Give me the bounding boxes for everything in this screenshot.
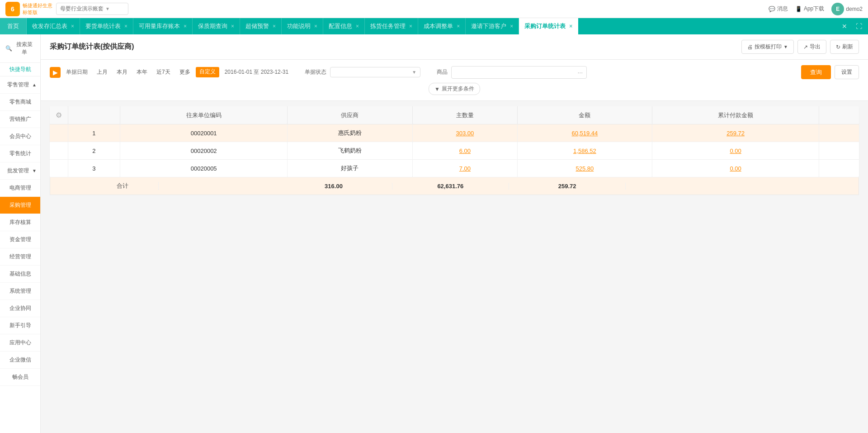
settings-button[interactable]: 设置 (835, 65, 859, 79)
sidebar-item-marketing[interactable]: 营销推广 (0, 111, 40, 128)
shortcut-7days[interactable]: 近7天 (153, 67, 174, 77)
app-download-button[interactable]: 📱 App下载 (795, 5, 824, 13)
tab-yaohuoDanTongji[interactable]: 要货单统计表 × (80, 18, 133, 34)
row-quantity[interactable]: 7.00 (412, 160, 518, 177)
page-actions: 🖨 按模板打印 ▼ ↗ 导出 ↻ 刷新 (741, 40, 859, 54)
tab-peizhi[interactable]: 配置信息 × (323, 18, 365, 34)
close-icon[interactable]: × (457, 23, 460, 29)
filter-toggle-button[interactable]: ▶ (50, 67, 61, 78)
tab-caigouTongji[interactable]: 采购订单统计表 × (519, 18, 578, 34)
tab-baoZhiQiChaxun[interactable]: 保质期查询 × (193, 18, 240, 34)
sidebar-item-newguide[interactable]: 新手引导 (0, 317, 40, 334)
maximize-button[interactable]: ⛶ (854, 21, 864, 32)
tab-keYongLiangKuCun[interactable]: 可用量库存账本 × (133, 18, 193, 34)
sidebar-item-members[interactable]: 会员中心 (0, 128, 40, 145)
goods-select[interactable]: ··· (451, 66, 587, 79)
sidebar-item-wholesale[interactable]: 批发管理 ▼ (0, 162, 40, 180)
sidebar-item-basic[interactable]: 基础信息 (0, 266, 40, 283)
tab-gongNengShuoMing[interactable]: 功能说明 × (282, 18, 323, 34)
tab-chaoChuyuJing[interactable]: 超储预警 × (240, 18, 282, 34)
row-paid[interactable]: 0.00 (652, 142, 819, 160)
goods-filter: 商品 ··· (437, 66, 587, 79)
refresh-button[interactable]: ↻ 刷新 (830, 40, 859, 54)
user-profile[interactable]: E demo2 (831, 3, 863, 15)
shortcut-this-month[interactable]: 本月 (113, 67, 131, 77)
close-icon[interactable]: × (314, 23, 317, 29)
status-select[interactable]: ▼ (330, 67, 420, 77)
custom-date-badge[interactable]: 自定义 (196, 67, 219, 77)
column-settings-icon[interactable]: ⚙ (56, 111, 62, 119)
sidebar-item-inventory[interactable]: 库存核算 (0, 214, 40, 231)
sidebar-item-purchase[interactable]: 采购管理 (0, 197, 40, 214)
sidebar-item-retail-mall[interactable]: 零售商城 (0, 94, 40, 111)
row-supplier: 惠氏奶粉 (288, 124, 412, 142)
printer-icon: 🖨 (747, 44, 753, 50)
close-icon[interactable]: × (71, 23, 74, 29)
row-supplier: 飞鹤奶粉 (288, 142, 412, 160)
table-row[interactable]: 3 00020005 好孩子 7.00 525.80 0.00 (50, 160, 859, 177)
row-paid[interactable]: 0.00 (652, 160, 819, 177)
avatar: E (831, 3, 844, 15)
col-amount: 金额 (518, 106, 652, 124)
shortcut-last-month[interactable]: 上月 (93, 67, 111, 77)
close-icon[interactable]: × (273, 23, 276, 29)
close-icon[interactable]: × (510, 23, 513, 29)
close-window-button[interactable]: ✕ (839, 21, 850, 32)
sidebar-item-retail-stats[interactable]: 零售统计 (0, 145, 40, 162)
sidebar-item-enterprise[interactable]: 企业协同 (0, 300, 40, 317)
row-quantity[interactable]: 6.00 (412, 142, 518, 160)
table-footer: 合计 316.00 62,631.76 259.72 (50, 177, 859, 195)
tab-taiHuoRenwu[interactable]: 拣货任务管理 × (365, 18, 418, 34)
close-icon[interactable]: × (124, 23, 127, 29)
tab-shoufafaHuiZong[interactable]: 收发存汇总表 × (27, 18, 80, 34)
query-button[interactable]: 查询 (801, 65, 831, 79)
row-paid[interactable]: 259.72 (652, 124, 819, 142)
chevron-down-icon: ▼ (783, 44, 788, 49)
sidebar-item-operations[interactable]: 经营管理 (0, 248, 40, 266)
row-code: 00020005 (120, 160, 288, 177)
export-button[interactable]: ↗ 导出 (797, 40, 826, 54)
table-row[interactable]: 2 00020002 飞鹤奶粉 6.00 1,586.52 0.00 (50, 142, 859, 160)
footer-paid: 259.72 (509, 183, 626, 190)
row-amount[interactable]: 1,586.52 (518, 142, 652, 160)
expand-icon: ▲ (32, 82, 37, 87)
shortcut-this-year[interactable]: 本年 (133, 67, 151, 77)
expand-icon: ▼ (32, 168, 37, 173)
status-filter: 单据状态 ▼ (305, 67, 420, 77)
filter-row-1: ▶ 单据日期 上月 本月 本年 近7天 更多 自定义 2016-01-01 至 … (50, 65, 859, 79)
col-supplier: 供应商 (288, 106, 412, 124)
sidebar-item-appcenter[interactable]: 应用中心 (0, 334, 40, 352)
print-button[interactable]: 🖨 按模板打印 ▼ (741, 40, 794, 54)
more-options-icon[interactable]: ··· (577, 69, 583, 76)
quick-nav-button[interactable]: 快捷导航 (0, 63, 40, 76)
tab-home[interactable]: 首页 (0, 18, 27, 34)
close-icon[interactable]: × (184, 23, 187, 29)
message-button[interactable]: 💬 消息 (769, 5, 788, 13)
row-amount[interactable]: 525.80 (518, 160, 652, 177)
sidebar-item-vip[interactable]: 畅会员 (0, 369, 40, 386)
row-amount[interactable]: 60,519.44 (518, 124, 652, 142)
workspace-dropdown[interactable]: 母婴行业演示账套 ▼ (56, 3, 128, 15)
row-index: 3 (68, 160, 120, 177)
row-quantity[interactable]: 303.00 (412, 124, 518, 142)
date-range-display: 2016-01-01 至 2023-12-31 (225, 68, 288, 76)
footer-quantity: 316.00 (275, 183, 392, 190)
chevron-down-icon: ▼ (412, 70, 416, 75)
expand-more-button[interactable]: ▼ 展开更多条件 (429, 83, 480, 95)
sidebar-item-ecommerce[interactable]: 电商管理 (0, 180, 40, 197)
sidebar-item-system[interactable]: 系统管理 (0, 283, 40, 300)
sidebar-item-finance[interactable]: 资金管理 (0, 231, 40, 248)
close-icon[interactable]: × (231, 23, 234, 29)
sidebar-item-wechat[interactable]: 企业微信 (0, 352, 40, 369)
close-icon[interactable]: × (569, 23, 572, 29)
search-menu-button[interactable]: 🔍 搜索菜单 (3, 38, 38, 59)
close-icon[interactable]: × (409, 23, 412, 29)
chevron-down-icon: ▼ (434, 86, 440, 92)
shortcut-more[interactable]: 更多 (176, 67, 194, 77)
tab-yaoQingXiaYouKe[interactable]: 邀请下游客户 × (466, 18, 519, 34)
table-row[interactable]: 1 00020001 惠氏奶粉 303.00 60,519.44 259.72 (50, 124, 859, 142)
close-icon[interactable]: × (356, 23, 359, 29)
tab-chengBen[interactable]: 成本调整单 × (418, 18, 466, 34)
message-icon: 💬 (769, 6, 775, 12)
sidebar-item-retail[interactable]: 零售管理 ▲ (0, 76, 40, 94)
